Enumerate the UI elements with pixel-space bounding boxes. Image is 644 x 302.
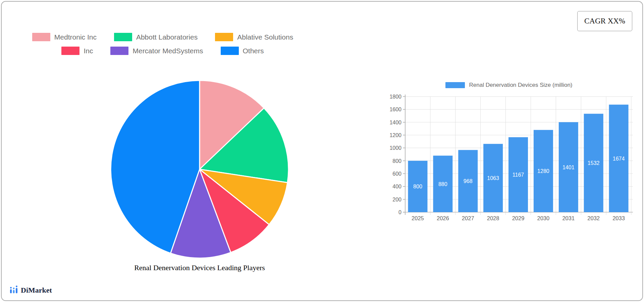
y-tick-label: 600 — [392, 171, 401, 177]
bar-chart-area: Renal Denervation Devices Size (million)… — [382, 81, 636, 225]
y-tick-label: 400 — [392, 184, 401, 189]
x-tick-label: 2026 — [437, 215, 449, 221]
legend-item-label: Medtronic Inc — [54, 33, 97, 41]
bar-chart-icon — [9, 285, 18, 294]
bar-chart-legend: Renal Denervation Devices Size (million) — [382, 81, 636, 89]
legend-item-mercator-medsystems: Mercator MedSystems — [110, 47, 203, 55]
legend-swatch — [110, 47, 128, 55]
bar-value-label: 1167 — [513, 172, 524, 178]
legend-item-ablative-solutions: Ablative Solutions — [215, 33, 293, 41]
x-tick-label: 2031 — [562, 215, 575, 221]
bar-legend-swatch — [445, 82, 465, 88]
y-tick-label: 1400 — [389, 120, 401, 125]
legend-item-label: Ablative Solutions — [237, 33, 293, 41]
pie-chart — [102, 72, 297, 266]
bar-value-label: 1063 — [487, 175, 499, 181]
bar-value-label: 1280 — [537, 168, 549, 174]
bar-chart: 0200400600800100012001400160018008002025… — [382, 89, 636, 223]
legend-item-others: Others — [221, 47, 264, 55]
cagr-label: CAGR XX% — [584, 17, 625, 25]
legend-swatch — [114, 33, 132, 41]
legend-item-medtronic-inc: Medtronic Inc — [32, 33, 97, 41]
legend-item-label: Others — [243, 47, 264, 55]
bar-value-label: 1674 — [613, 156, 625, 162]
legend-swatch — [215, 33, 233, 41]
x-tick-label: 2032 — [587, 215, 600, 221]
brand-logo: DiMarket — [9, 285, 52, 294]
x-tick-label: 2030 — [537, 215, 550, 221]
x-tick-label: 2027 — [462, 215, 474, 221]
x-tick-label: 2033 — [612, 215, 625, 221]
y-tick-label: 200 — [392, 197, 401, 202]
bar-value-label: 880 — [438, 181, 447, 187]
y-tick-label: 1800 — [389, 94, 401, 100]
legend-swatch — [61, 47, 79, 55]
bar-legend-label: Renal Denervation Devices Size (million) — [469, 82, 572, 88]
y-tick-label: 0 — [398, 209, 401, 215]
legend-item-label: Inc — [84, 47, 93, 55]
pie-legend-row-2: IncMercator MedSystemsOthers — [18, 47, 307, 55]
y-tick-label: 1200 — [389, 132, 401, 138]
pie-legend-row-1: Medtronic IncAbbott LaboratoriesAblative… — [18, 33, 307, 41]
bar-value-label: 1401 — [562, 165, 575, 170]
y-tick-label: 1000 — [389, 145, 401, 151]
report-canvas: CAGR XX% Medtronic IncAbbott Laboratorie… — [0, 0, 644, 302]
legend-item-inc: Inc — [61, 47, 93, 55]
legend-item-label: Abbott Laboratories — [136, 33, 198, 41]
pie-chart-title: Renal Denervation Devices Leading Player… — [102, 263, 297, 272]
bar-value-label: 968 — [464, 178, 473, 184]
legend-item-abbott-laboratories: Abbott Laboratories — [114, 33, 198, 41]
x-tick-label: 2028 — [487, 215, 499, 221]
legend-swatch — [221, 47, 239, 55]
y-tick-label: 800 — [392, 158, 401, 164]
x-tick-label: 2025 — [412, 215, 424, 221]
x-tick-label: 2029 — [512, 215, 525, 221]
y-tick-label: 1600 — [389, 107, 401, 112]
legend-swatch — [32, 33, 50, 41]
legend-item-label: Mercator MedSystems — [132, 47, 203, 55]
bar-value-label: 800 — [413, 184, 422, 189]
cagr-badge: CAGR XX% — [577, 11, 632, 31]
bar-value-label: 1532 — [588, 160, 600, 166]
pie-legend: Medtronic IncAbbott LaboratoriesAblative… — [18, 33, 307, 60]
brand-logo-text: DiMarket — [21, 287, 52, 294]
